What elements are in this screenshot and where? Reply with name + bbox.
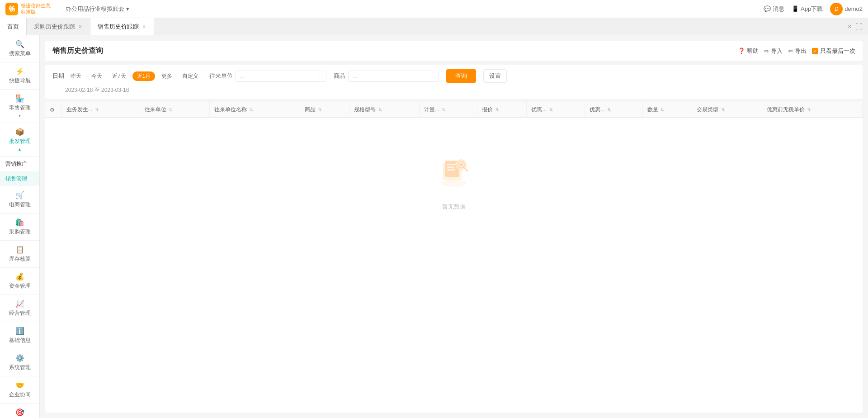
sidebar-item-guide[interactable]: 🎯 新手引导 [0, 404, 39, 418]
export-icon: ⇦ [788, 48, 793, 54]
from-unit-input[interactable]: ... [236, 71, 326, 82]
goods-filter: 商品 ... [334, 71, 439, 82]
date-btn-yesterday[interactable]: 昨天 [67, 71, 85, 81]
date-btn-today[interactable]: 今天 [88, 71, 106, 81]
settings-button[interactable]: 设置 [483, 69, 507, 83]
tab-bar: 首页 采购历史价跟踪 × 销售历史价跟踪 × × ⛶ [0, 18, 868, 35]
sort-icon-price: ⇅ [495, 107, 499, 112]
gear-icon[interactable]: ⚙ [50, 107, 55, 113]
sidebar-item-system[interactable]: ⚙️ 系统管理 [0, 349, 39, 376]
expand-btn[interactable]: ⛶ [855, 23, 863, 31]
user-menu[interactable]: D demo2 [830, 3, 863, 15]
filter-row: 日期 昨天 今天 近7天 近1月 更多 自定义 往来单位 ... [52, 69, 855, 83]
sidebar-item-enterprise[interactable]: 🤝 企业协同 [0, 376, 39, 404]
sort-icon-trade-type: ⇅ [721, 107, 725, 112]
main-layout: 🔍 搜索菜单 ⚡ 快捷导航 🏪 零售管理 ▾ 📦 批发管理 ▴ 营销推广 销售管… [0, 35, 868, 418]
th-unit[interactable]: 计量... ⇅ [419, 102, 477, 118]
th-goods[interactable]: 商品 ⇅ [300, 102, 349, 118]
sidebar-item-basic-info[interactable]: ℹ️ 基础信息 [0, 322, 39, 349]
page-header-actions: ❓ 帮助 ⇨ 导入 ⇦ 导出 ✓ 只看最后一次 [738, 47, 855, 55]
tab-bar-actions: × ⛶ [848, 23, 868, 31]
date-range-row: 2023-02-18 至 2023-03-18 [52, 86, 855, 94]
logo-icon: 畅 [5, 3, 18, 15]
tab-purchase-history-close[interactable]: × [78, 23, 83, 31]
svg-point-0 [441, 180, 467, 187]
th-trade-type[interactable]: 交易类型 ⇅ [692, 102, 762, 118]
table-head: ⚙ 业务发生... ⇅ 往来单位 ⇅ 往来单位名称 [45, 102, 863, 118]
date-btn-7days[interactable]: 近7天 [108, 71, 130, 81]
query-button[interactable]: 查询 [446, 69, 476, 83]
app-icon: 📱 [792, 5, 799, 12]
retail-icon: 🏪 [15, 94, 24, 103]
import-icon: ⇨ [764, 48, 769, 54]
goods-text-input[interactable] [352, 73, 428, 80]
divider [58, 5, 58, 14]
finance-icon: 💰 [15, 272, 24, 281]
help-btn[interactable]: ❓ 帮助 [738, 47, 759, 55]
page-header: 销售历史价查询 ❓ 帮助 ⇨ 导入 ⇦ 导出 ✓ [45, 41, 863, 61]
sidebar-item-marketing[interactable]: 营销推广 [0, 157, 39, 171]
empty-state: 暂无数据 [45, 118, 863, 247]
app-download-btn[interactable]: 📱 App下载 [792, 5, 823, 13]
tab-sales-history-close[interactable]: × [142, 23, 146, 31]
sort-icon-biz-date: ⇅ [95, 107, 99, 112]
sidebar-item-inventory[interactable]: 📋 库存核算 [0, 241, 39, 268]
date-btn-1month[interactable]: 近1月 [132, 71, 156, 81]
sidebar-item-wholesale[interactable]: 📦 批发管理 ▴ [0, 123, 39, 157]
th-quantity[interactable]: 数量 ⇅ [642, 102, 692, 118]
empty-svg [436, 154, 472, 190]
sidebar-item-shortcut[interactable]: ⚡ 快捷导航 [0, 62, 39, 90]
date-btn-more[interactable]: 更多 [158, 71, 176, 81]
logo-area: 畅 畅捷信好生意 标准版 [5, 3, 51, 15]
th-discount1[interactable]: 优惠... ⇅ [527, 102, 585, 118]
logo-text: 畅捷信好生意 标准版 [21, 3, 51, 14]
only-last-checkbox-wrap[interactable]: ✓ 只看最后一次 [812, 47, 855, 55]
svg-rect-3 [447, 164, 457, 165]
th-pretax-price[interactable]: 优惠前无税单价 ⇅ [762, 102, 862, 118]
sidebar-item-finance[interactable]: 💰 资金管理 [0, 268, 39, 295]
sort-icon-unit: ⇅ [442, 107, 445, 112]
from-unit-dots: ... [317, 73, 322, 80]
export-btn[interactable]: ⇦ 导出 [788, 47, 807, 55]
th-discount2[interactable]: 优惠... ⇅ [585, 102, 642, 118]
empty-text: 暂无数据 [442, 203, 466, 211]
th-price[interactable]: 报价 ⇅ [477, 102, 526, 118]
sidebar-item-sales-mgmt[interactable]: 销售管理 [0, 171, 39, 186]
sidebar-item-retail[interactable]: 🏪 零售管理 ▾ [0, 90, 39, 123]
date-btn-custom[interactable]: 自定义 [179, 71, 202, 81]
data-table: ⚙ 业务发生... ⇅ 往来单位 ⇅ 往来单位名称 [45, 102, 863, 118]
svg-line-8 [464, 167, 467, 171]
import-btn[interactable]: ⇨ 导入 [764, 47, 783, 55]
from-unit-text-input[interactable] [240, 73, 316, 80]
tab-sales-history[interactable]: 销售历史价跟踪 × [90, 18, 154, 35]
only-last-checkbox[interactable]: ✓ [812, 48, 818, 54]
message-btn[interactable]: 💬 消息 [764, 5, 784, 13]
page-title: 销售历史价查询 [52, 46, 103, 56]
tab-home[interactable]: 首页 [0, 18, 27, 35]
enterprise-icon: 🤝 [15, 381, 24, 390]
sidebar-item-ecommerce[interactable]: 🛒 电商管理 [0, 186, 39, 214]
filter-bar: 日期 昨天 今天 近7天 近1月 更多 自定义 往来单位 ... [45, 65, 863, 99]
avatar: D [830, 3, 843, 15]
inventory-icon: 📋 [15, 245, 24, 254]
th-spec[interactable]: 规格型号 ⇅ [349, 102, 419, 118]
sidebar-item-operations[interactable]: 📈 经营管理 [0, 295, 39, 322]
operations-icon: 📈 [15, 299, 24, 308]
sort-icon-goods: ⇅ [318, 107, 321, 112]
svg-rect-4 [447, 166, 454, 168]
th-unit-name[interactable]: 往来单位名称 ⇅ [210, 102, 300, 118]
goods-input[interactable]: ... [348, 71, 439, 82]
top-bar-left: 畅 畅捷信好生意 标准版 办公用品行业模拟账套 ▾ [5, 3, 129, 15]
th-unit-code[interactable]: 往来单位 ⇅ [140, 102, 209, 118]
close-all-tabs-btn[interactable]: × [848, 23, 852, 31]
from-unit-filter: 往来单位 ... [209, 71, 326, 82]
sidebar-item-purchase[interactable]: 🛍️ 采购管理 [0, 214, 39, 241]
goods-dots: ... [430, 73, 435, 80]
tab-purchase-history[interactable]: 采购历史价跟踪 × [27, 18, 90, 35]
guide-icon: 🎯 [15, 408, 24, 417]
sidebar-item-search[interactable]: 🔍 搜索菜单 [0, 35, 39, 62]
sidebar: 🔍 搜索菜单 ⚡ 快捷导航 🏪 零售管理 ▾ 📦 批发管理 ▴ 营销推广 销售管… [0, 35, 40, 418]
workspace-selector[interactable]: 办公用品行业模拟账套 ▾ [66, 5, 129, 13]
th-biz-date[interactable]: 业务发生... ⇅ [61, 102, 140, 118]
th-gear[interactable]: ⚙ [45, 102, 61, 118]
